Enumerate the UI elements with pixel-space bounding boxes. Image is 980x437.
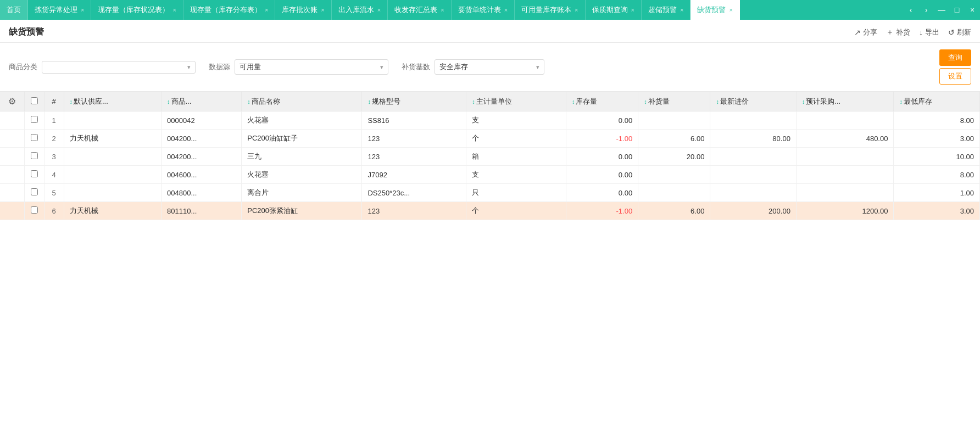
refresh-button[interactable]: ↺ 刷新 [948, 27, 971, 37]
row-supplier-3 [64, 166, 162, 184]
row-latest-price-5: 200.00 [710, 202, 796, 220]
th-settings[interactable]: ⚙ [0, 92, 24, 111]
th-latest-price[interactable]: ↕最新进价 [710, 92, 796, 111]
export-button[interactable]: ↓ 导出 [919, 27, 939, 37]
row-checkbox-cell[interactable] [24, 166, 44, 184]
row-unit-1: 个 [466, 130, 566, 148]
th-replenish[interactable]: ↕补货量 [638, 92, 710, 111]
th-min-stock[interactable]: ↕最低库存 [894, 92, 980, 111]
settings-button[interactable]: 设置 [939, 68, 971, 85]
tab-label-10: 超储预警 [648, 5, 677, 15]
table-row: 6 力天机械 801110... PC200张紧油缸 123 个 -1.00 6… [0, 202, 980, 220]
tab-label-0: 首页 [7, 5, 21, 15]
th-spec[interactable]: ↕规格型号 [362, 92, 466, 111]
tab-item-10[interactable]: 超储预警× [642, 0, 691, 20]
row-spec-4: DS250*23c... [362, 184, 466, 202]
query-button[interactable]: 查询 [939, 49, 971, 66]
row-latest-price-0 [710, 111, 796, 130]
datasource-label: 数据源 [209, 62, 230, 72]
row-supplier-0 [64, 111, 162, 130]
row-code-5: 801110... [162, 202, 242, 220]
table-row: 3 004200... 三九 123 箱 0.00 20.00 10.00 [0, 148, 980, 166]
settings-gear-icon[interactable]: ⚙ [8, 97, 16, 106]
select-all-checkbox[interactable] [31, 97, 38, 104]
tab-close-icon-4[interactable]: × [321, 7, 324, 13]
row-min-stock-2: 10.00 [894, 148, 980, 166]
tab-close-icon-8[interactable]: × [575, 7, 578, 13]
basis-select[interactable]: 安全库存 ▾ [435, 59, 544, 75]
th-stock[interactable]: ↕库存量 [566, 92, 638, 111]
row-unit-5: 个 [466, 202, 566, 220]
tab-item-9[interactable]: 保质期查询× [586, 0, 642, 20]
row-name-5: PC200张紧油缸 [242, 202, 362, 220]
th-name[interactable]: ↕商品名称 [242, 92, 362, 111]
row-code-3: 004600... [162, 166, 242, 184]
tab-close-icon-1[interactable]: × [81, 7, 84, 13]
datasource-filter-group: 数据源 可用量 ▾ [209, 59, 388, 75]
row-num-2: 3 [44, 148, 64, 166]
row-checkbox-cell[interactable] [24, 184, 44, 202]
tab-close-icon-3[interactable]: × [265, 7, 268, 13]
tab-close-icon-11[interactable]: × [729, 7, 732, 13]
row-replenish-3 [638, 166, 710, 184]
latest-price-sort-icon: ↕ [716, 98, 719, 105]
row-est-purchase-2 [796, 148, 894, 166]
th-est-purchase[interactable]: ↕预计采购... [796, 92, 894, 111]
tab-scroll-right[interactable]: › [918, 0, 934, 20]
tab-close-icon-7[interactable]: × [504, 7, 508, 13]
row-spec-0: SS816 [362, 111, 466, 130]
tab-item-5[interactable]: 出入库流水× [332, 0, 388, 20]
tab-item-2[interactable]: 现存量（库存状况表）× [91, 0, 183, 20]
replenish-icon: ＋ [886, 27, 894, 37]
tab-close-icon-9[interactable]: × [631, 7, 634, 13]
tab-close-icon-6[interactable]: × [441, 7, 444, 13]
th-supplier[interactable]: ↕默认供应... [64, 92, 162, 111]
row-min-stock-5: 3.00 [894, 202, 980, 220]
datasource-select[interactable]: 可用量 ▾ [235, 59, 388, 75]
replenish-sort-icon: ↕ [644, 98, 647, 105]
row-checkbox-1[interactable] [31, 134, 38, 141]
window-close[interactable]: × [965, 0, 980, 20]
row-checkbox-cell[interactable] [24, 130, 44, 148]
tab-item-3[interactable]: 现存量（库存分布表）× [183, 0, 275, 20]
tab-item-8[interactable]: 可用量库存账本× [515, 0, 585, 20]
row-checkbox-4[interactable] [31, 188, 38, 195]
tab-item-11[interactable]: 缺货预警× [691, 0, 739, 20]
tab-close-icon-5[interactable]: × [377, 7, 381, 13]
row-checkbox-2[interactable] [31, 152, 38, 159]
row-code-4: 004800... [162, 184, 242, 202]
th-code[interactable]: ↕商品... [162, 92, 242, 111]
row-checkbox-5[interactable] [31, 206, 38, 214]
row-checkbox-cell[interactable] [24, 111, 44, 130]
row-checkbox-3[interactable] [31, 170, 38, 177]
row-checkbox-cell[interactable] [24, 148, 44, 166]
row-unit-4: 只 [466, 184, 566, 202]
tab-label-2: 现存量（库存状况表） [98, 5, 169, 15]
row-checkbox-0[interactable] [31, 116, 38, 123]
row-stock-1: -1.00 [566, 130, 638, 148]
tab-scroll-left[interactable]: ‹ [903, 0, 918, 20]
name-sort-icon: ↕ [247, 98, 250, 105]
table-row: 5 004800... 离合片 DS250*23c... 只 0.00 1.00 [0, 184, 980, 202]
tab-close-icon-2[interactable]: × [172, 7, 176, 13]
category-select[interactable]: ▾ [42, 61, 196, 74]
share-button[interactable]: ↗ 分享 [854, 27, 877, 37]
tab-item-1[interactable]: 拣货异常处理× [28, 0, 91, 20]
tab-item-0[interactable]: 首页 [0, 0, 28, 20]
th-checkbox[interactable] [24, 92, 44, 111]
window-maximize[interactable]: □ [949, 0, 965, 20]
row-checkbox-cell[interactable] [24, 202, 44, 220]
tab-item-6[interactable]: 收发存汇总表× [388, 0, 451, 20]
tab-item-7[interactable]: 要货单统计表× [452, 0, 515, 20]
datasource-chevron-icon: ▾ [380, 64, 383, 71]
row-spec-5: 123 [362, 202, 466, 220]
row-settings-cell [0, 111, 24, 130]
tab-close-icon-10[interactable]: × [680, 7, 683, 13]
replenish-button[interactable]: ＋ 补货 [886, 27, 910, 37]
filter-right-actions: 查询 设置 [939, 49, 971, 85]
tab-item-4[interactable]: 库存批次账× [275, 0, 331, 20]
row-min-stock-1: 3.00 [894, 130, 980, 148]
window-minimize[interactable]: — [934, 0, 949, 20]
th-unit[interactable]: ↕主计量单位 [466, 92, 566, 111]
row-name-0: 火花塞 [242, 111, 362, 130]
